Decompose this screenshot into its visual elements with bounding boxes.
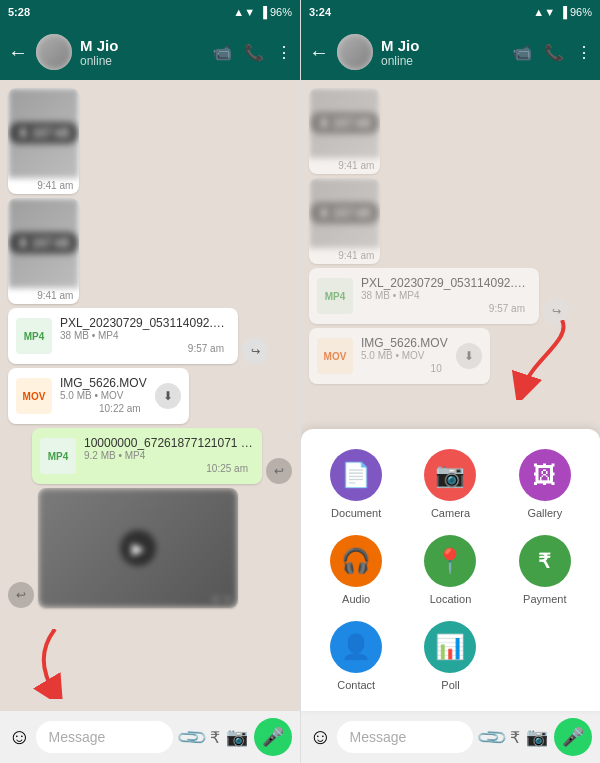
video-message[interactable]: ▶ ⌄⌄ [38, 488, 238, 608]
file-icon-3: MP4 [40, 438, 76, 474]
right-header-icons: 📹 📞 ⋮ [512, 43, 592, 62]
right-file-time-2: 10 [361, 361, 448, 376]
file-meta-1: 38 MB • MP4 [60, 330, 230, 341]
location-icon: 📍 [424, 535, 476, 587]
right-file-info-2: IMG_5626.MOV 5.0 MB • MOV 10 [361, 336, 448, 376]
left-contact-status: online [80, 54, 204, 68]
right-file-name-2: IMG_5626.MOV [361, 336, 448, 350]
reply-icon-2[interactable]: ↩ [8, 582, 34, 608]
right-media-1: ⬇167 kB 9:41 am [309, 88, 380, 174]
file-time-1: 9:57 am [60, 341, 230, 356]
more-options-icon[interactable]: ⋮ [276, 43, 292, 62]
media-thumb-2: ⬇ 167 kB [8, 198, 79, 288]
right-emoji-button[interactable]: ☺ [309, 724, 331, 750]
file-name-1: PXL_20230729_053114092.mp4 [60, 316, 230, 330]
right-time: 3:24 [309, 6, 331, 18]
left-header: ← M Jio online 📹 📞 ⋮ [0, 24, 300, 80]
attach-payment[interactable]: ₹ Payment [506, 535, 584, 605]
right-more-options-icon[interactable]: ⋮ [576, 43, 592, 62]
message-row: ↩ MP4 10000000_67261877121071 5_47821491… [8, 428, 292, 484]
file-info-3: 10000000_67261877121071 5_47821491712909… [84, 436, 254, 476]
attach-button[interactable]: 📎 [174, 720, 209, 755]
contact-label: Contact [337, 679, 375, 691]
file-icon-2: MOV [16, 378, 52, 414]
media-message-2: ⬇ 167 kB 9:41 am [8, 198, 79, 304]
audio-icon: 🎧 [330, 535, 382, 587]
right-attach-button[interactable]: 📎 [474, 720, 509, 755]
right-input-bar: ☺ Message 📎 ₹ 📷 🎤 [301, 711, 600, 763]
poll-label: Poll [441, 679, 459, 691]
file-info-2: IMG_5626.MOV 5.0 MB • MOV 10:22 am [60, 376, 147, 416]
right-download-badge-1[interactable]: ⬇167 kB [309, 112, 380, 134]
download-badge-2[interactable]: ⬇ 167 kB [8, 232, 79, 254]
video-thumb: ▶ ⌄⌄ [38, 488, 238, 608]
right-download-2[interactable]: ⬇ [456, 343, 482, 369]
attach-gallery[interactable]: 🖼 Gallery [506, 449, 584, 519]
camera-icon: 📷 [424, 449, 476, 501]
attach-contact[interactable]: 👤 Contact [317, 621, 395, 691]
right-file-name-1: PXL_20230729_053114092.mp4 [361, 276, 531, 290]
mic-button[interactable]: 🎤 [254, 718, 292, 756]
poll-icon: 📊 [424, 621, 476, 673]
right-download-badge-2[interactable]: ⬇167 kB [309, 202, 380, 224]
file-message-2: MOV IMG_5626.MOV 5.0 MB • MOV 10:22 am ⬇ [8, 368, 189, 424]
file-message-1: MP4 PXL_20230729_053114092.mp4 38 MB • M… [8, 308, 238, 364]
right-message-row: MOV IMG_5626.MOV 5.0 MB • MOV 10 ⬇ [309, 328, 592, 384]
attach-audio[interactable]: 🎧 Audio [317, 535, 395, 605]
left-header-icons: 📹 📞 ⋮ [212, 43, 292, 62]
file-meta-2: 5.0 MB • MOV [60, 390, 147, 401]
left-chat-panel: 5:28 ▲▼ ▐ 96% ← M Jio online 📹 📞 ⋮ [0, 0, 300, 763]
left-input-bar: ☺ Message 📎 ₹ 📷 🎤 [0, 711, 300, 763]
message-row: ⬇ 167 kB 9:41 am [8, 88, 292, 194]
reply-icon[interactable]: ↩ [266, 458, 292, 484]
share-icon-1[interactable]: ↪ [242, 338, 268, 364]
left-status-bar: 5:28 ▲▼ ▐ 96% [0, 0, 300, 24]
right-message-row: ⬇167 kB 9:41 am [309, 178, 592, 264]
right-mic-button[interactable]: 🎤 [554, 718, 592, 756]
right-avatar[interactable] [337, 34, 373, 70]
right-file-meta-2: 5.0 MB • MOV [361, 350, 448, 361]
message-row: ⬇ 167 kB 9:41 am [8, 198, 292, 304]
left-back-button[interactable]: ← [8, 41, 28, 64]
message-row: ↩ ▶ ⌄⌄ [8, 488, 292, 608]
attach-location[interactable]: 📍 Location [411, 535, 489, 605]
left-status-icons: ▲▼ ▐ 96% [233, 6, 292, 18]
location-label: Location [430, 593, 472, 605]
audio-label: Audio [342, 593, 370, 605]
download-badge-1[interactable]: ⬇ 167 kB [8, 122, 79, 144]
payment-label: Payment [523, 593, 566, 605]
right-file-1: MP4 PXL_20230729_053114092.mp4 38 MB • M… [309, 268, 539, 324]
phone-icon[interactable]: 📞 [244, 43, 264, 62]
right-file-icon-1: MP4 [317, 278, 353, 314]
contact-icon: 👤 [330, 621, 382, 673]
message-row: MP4 PXL_20230729_053114092.mp4 38 MB • M… [8, 308, 292, 364]
gallery-label: Gallery [527, 507, 562, 519]
payment-button[interactable]: ₹ [210, 728, 220, 747]
right-back-button[interactable]: ← [309, 41, 329, 64]
emoji-button[interactable]: ☺ [8, 724, 30, 750]
right-video-call-icon[interactable]: 📹 [512, 43, 532, 62]
left-avatar[interactable] [36, 34, 72, 70]
right-payment-button[interactable]: ₹ [510, 728, 520, 747]
right-status-bar: 3:24 ▲▼ ▐ 96% [301, 0, 600, 24]
left-header-info: M Jio online [80, 37, 204, 68]
right-message-input[interactable]: Message [337, 721, 473, 753]
file-meta-3: 9.2 MB • MP4 [84, 450, 254, 461]
camera-button[interactable]: 📷 [226, 726, 248, 748]
play-button[interactable]: ▶ [120, 530, 156, 566]
right-camera-button[interactable]: 📷 [526, 726, 548, 748]
video-call-icon[interactable]: 📹 [212, 43, 232, 62]
right-media-2: ⬇167 kB 9:41 am [309, 178, 380, 264]
attach-camera[interactable]: 📷 Camera [411, 449, 489, 519]
right-contact-status: online [381, 54, 504, 68]
attachment-grid: 📄 Document 📷 Camera 🖼 Gallery 🎧 Audio 📍 … [317, 449, 584, 691]
right-phone-icon[interactable]: 📞 [544, 43, 564, 62]
left-message-input[interactable]: Message [36, 721, 173, 753]
battery-icon: ▐ 96% [259, 6, 292, 18]
right-share-1[interactable]: ↪ [543, 298, 569, 324]
attach-poll[interactable]: 📊 Poll [411, 621, 489, 691]
attach-document[interactable]: 📄 Document [317, 449, 395, 519]
msg-time-1: 9:41 am [8, 178, 79, 194]
download-action-2[interactable]: ⬇ [155, 383, 181, 409]
right-media-thumb-1: ⬇167 kB [309, 88, 380, 158]
